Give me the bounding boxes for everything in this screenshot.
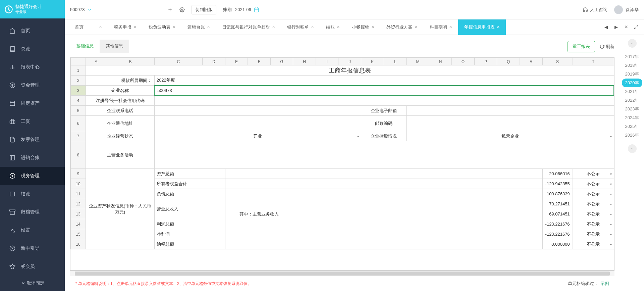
col-header[interactable]: T	[573, 58, 614, 65]
value-cell[interactable]: 69.071451	[542, 209, 573, 219]
reset-button[interactable]: 重置报表	[568, 41, 595, 52]
col-header[interactable]: I	[316, 58, 338, 65]
col-header[interactable]: G	[270, 58, 293, 65]
sidebar-item-archive[interactable]: 归档管理	[0, 203, 65, 221]
col-header[interactable]: D	[203, 58, 225, 65]
publish-select[interactable]: 不公示	[573, 229, 614, 239]
sheet-tab-basic[interactable]: 基础信息	[70, 40, 100, 53]
year-option[interactable]: 2019年	[622, 70, 643, 79]
tab[interactable]: 结账✕	[320, 19, 346, 35]
sidebar-item-home[interactable]: 首页	[0, 22, 65, 40]
company-name-cell[interactable]: 500973	[154, 86, 614, 96]
value-cell[interactable]: -120.942355	[542, 179, 573, 189]
tab-close[interactable]: ✕	[415, 25, 418, 29]
tab[interactable]: 税务申报✕	[108, 19, 143, 35]
year-option[interactable]: 2025年	[622, 122, 643, 131]
year-option[interactable]: 2026年	[622, 131, 643, 140]
grid-corner[interactable]	[71, 58, 86, 65]
col-header[interactable]: P	[474, 58, 497, 65]
col-header[interactable]: E	[225, 58, 248, 65]
h-scrollbar[interactable]	[70, 271, 614, 276]
col-header[interactable]: B	[106, 58, 154, 65]
user-menu[interactable]: 徐泽华	[614, 5, 639, 14]
add-button[interactable]	[164, 4, 176, 16]
sidebar-item-guide[interactable]: 新手引导	[0, 239, 65, 257]
year-down[interactable]	[628, 144, 637, 153]
col-header[interactable]: M	[407, 58, 429, 65]
publish-select[interactable]: 不公示	[573, 239, 614, 249]
sidebar-unpin[interactable]: 取消固定	[0, 276, 65, 291]
tab[interactable]: 首页	[67, 19, 91, 35]
year-option[interactable]: 2024年	[622, 113, 643, 122]
col-header[interactable]: A	[86, 58, 106, 65]
sidebar-item-settings[interactable]: 设置	[0, 221, 65, 239]
tab-close[interactable]: ✕	[337, 25, 340, 29]
tab[interactable]: 日记账与银行对账单核对✕	[216, 19, 281, 35]
year-option[interactable]: 2020年	[622, 79, 643, 87]
value-cell[interactable]: 0.000000	[542, 239, 573, 249]
tab-close[interactable]: ✕	[99, 25, 102, 29]
spreadsheet[interactable]: ABCDEFGHIJKLMNOPQRST1工商年报信息表2税款所属期间：2022…	[70, 57, 614, 271]
tab-close[interactable]: ✕	[207, 25, 210, 29]
value-cell[interactable]: -20.066016	[542, 169, 573, 179]
sidebar-item-salary[interactable]: 工资	[0, 112, 65, 131]
col-header[interactable]: H	[293, 58, 316, 65]
tab[interactable]: 年报信息申报表✕	[458, 19, 506, 35]
tab[interactable]: 税负波动表✕	[143, 19, 181, 35]
year-up[interactable]	[628, 39, 637, 48]
col-header[interactable]: K	[361, 58, 384, 65]
tab[interactable]: 科目期初✕	[424, 19, 458, 35]
value-cell[interactable]: -123.221676	[542, 219, 573, 229]
value-cell[interactable]: 100.876339	[542, 189, 573, 199]
company-selector[interactable]: 500973	[70, 7, 164, 12]
col-header[interactable]: L	[384, 58, 407, 65]
status-select[interactable]: 开业	[154, 131, 361, 141]
tab[interactable]: 外贸行业方案✕	[380, 19, 424, 35]
tab[interactable]: 小畅报销✕	[346, 19, 380, 35]
col-header[interactable]: J	[338, 58, 361, 65]
sidebar-item-money[interactable]: 资金管理	[0, 76, 65, 94]
publish-select[interactable]: 不公示	[573, 219, 614, 229]
publish-select[interactable]: 不公示	[573, 199, 614, 209]
tab[interactable]: 进销台账✕	[181, 19, 216, 35]
sidebar-item-invoice[interactable]: 发票管理	[0, 131, 65, 149]
sidebar-item-member[interactable]: 畅会员	[0, 257, 65, 276]
col-header[interactable]: R	[520, 58, 542, 65]
col-header[interactable]: Q	[497, 58, 520, 65]
sidebar-item-checkout[interactable]: 结账	[0, 185, 65, 203]
publish-select[interactable]: 不公示	[573, 169, 614, 179]
year-option[interactable]: 2021年	[622, 87, 643, 96]
col-header[interactable]: C	[154, 58, 202, 65]
year-option[interactable]: 2018年	[622, 61, 643, 70]
holding-select[interactable]: 私营企业	[407, 131, 614, 141]
col-header[interactable]: F	[248, 58, 271, 65]
publish-select[interactable]: 不公示	[573, 179, 614, 189]
sidebar-item-book[interactable]: 总账	[0, 40, 65, 58]
value-cell[interactable]: 70.271451	[542, 199, 573, 209]
year-option[interactable]: 2017年	[622, 52, 643, 61]
settings-button[interactable]	[176, 4, 188, 16]
old-version-button[interactable]: 切到旧版	[192, 5, 216, 14]
refresh-button[interactable]: 刷新	[600, 44, 614, 50]
sidebar-item-asset[interactable]: 固定资产	[0, 94, 65, 112]
year-option[interactable]: 2023年	[622, 105, 643, 113]
tab[interactable]: ✕	[91, 19, 108, 35]
tab-close[interactable]: ✕	[272, 25, 275, 29]
calendar-icon[interactable]	[254, 7, 259, 12]
tab-close[interactable]: ✕	[172, 25, 175, 29]
sheet-tab-other[interactable]: 其他信息	[100, 40, 129, 53]
tab-close[interactable]: ✕	[133, 25, 137, 29]
example-link[interactable]: 示例	[600, 281, 609, 286]
col-header[interactable]: N	[429, 58, 452, 65]
col-header[interactable]: O	[452, 58, 475, 65]
tabs-prev[interactable]: ◀	[601, 19, 611, 35]
publish-select[interactable]: 不公示	[573, 209, 614, 219]
tab-close[interactable]: ✕	[497, 25, 500, 29]
tab-close[interactable]: ✕	[371, 25, 374, 29]
sidebar-item-purchasesale[interactable]: 进销台账	[0, 149, 65, 167]
tab-close[interactable]: ✕	[449, 25, 452, 29]
support-link[interactable]: 人工咨询	[583, 7, 607, 13]
tab[interactable]: 银行对账单✕	[281, 19, 320, 35]
year-option[interactable]: 2022年	[622, 96, 643, 105]
period-value[interactable]: 2021-06	[235, 7, 251, 12]
